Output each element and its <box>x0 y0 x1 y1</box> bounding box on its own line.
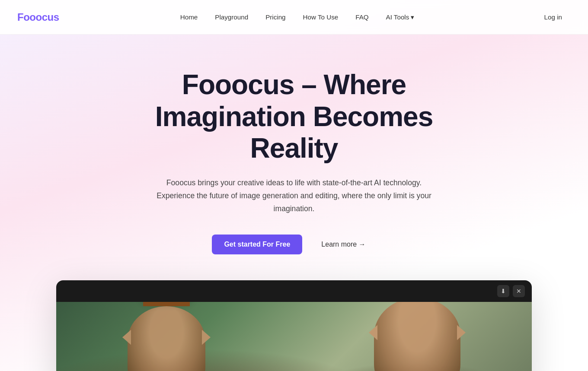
hero-subtitle: Fooocus brings your creative ideas to li… <box>151 177 437 216</box>
hero-content: Fooocus – Where Imagination Becomes Real… <box>99 35 489 280</box>
close-icon: ✕ <box>516 288 521 295</box>
elf-character-left <box>128 306 205 371</box>
nav-item-ai-tools[interactable]: AI Tools ▾ <box>379 10 422 25</box>
brand-logo[interactable]: Fooocus <box>17 11 59 23</box>
hero-section: Fooocus – Where Imagination Becomes Real… <box>0 0 588 371</box>
nav-item-playground[interactable]: Playground <box>208 10 255 24</box>
elf-character-right <box>374 302 460 371</box>
hero-buttons: Get started For Free Learn more → <box>117 235 471 254</box>
demo-wrapper: ⬇ ✕ <box>30 280 558 371</box>
ear-right-2 <box>457 325 466 340</box>
nav-right: Log in <box>536 10 571 24</box>
nav-item-how-to-use[interactable]: How To Use <box>296 10 345 24</box>
nav-item-pricing[interactable]: Pricing <box>259 10 292 24</box>
get-started-button[interactable]: Get started For Free <box>212 235 302 254</box>
close-button[interactable]: ✕ <box>513 285 525 297</box>
nav-item-home[interactable]: Home <box>173 10 205 24</box>
download-button[interactable]: ⬇ <box>497 285 509 297</box>
learn-more-button[interactable]: Learn more → <box>311 235 376 254</box>
download-icon: ⬇ <box>501 288 506 295</box>
demo-window: ⬇ ✕ <box>56 280 532 371</box>
demo-image-area <box>56 302 532 371</box>
navbar: Fooocus Home Playground Pricing How To U… <box>0 0 588 35</box>
demo-titlebar: ⬇ ✕ <box>56 280 532 302</box>
ear-right <box>202 330 211 345</box>
nav-links: Home Playground Pricing How To Use FAQ A… <box>173 10 422 25</box>
login-button[interactable]: Log in <box>536 10 571 24</box>
ear-left <box>122 330 131 345</box>
chevron-down-icon: ▾ <box>411 13 414 21</box>
hero-title: Fooocus – Where Imagination Becomes Real… <box>117 69 471 165</box>
ear-left-2 <box>369 325 377 340</box>
nav-item-faq[interactable]: FAQ <box>348 10 375 24</box>
